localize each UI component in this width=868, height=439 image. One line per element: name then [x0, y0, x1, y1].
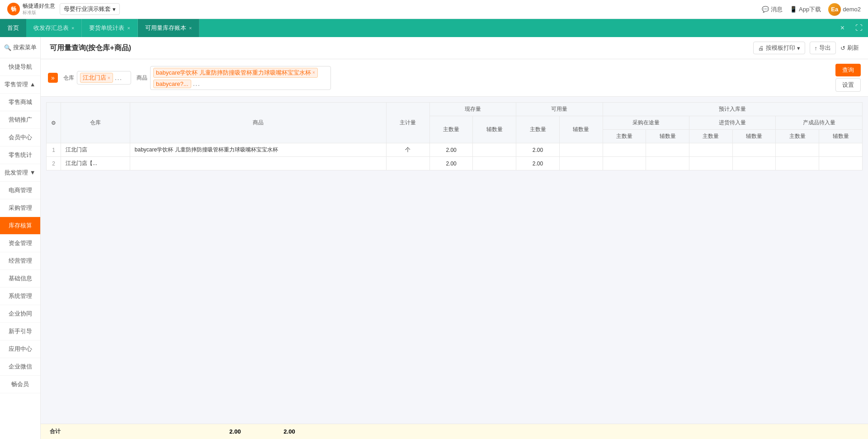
sidebar: 🔍 搜索菜单 快捷导航 零售管理 ▲ 零售商城 营销推广 会员中心 零售统计 批…: [0, 37, 41, 439]
tab-home-label: 首页: [7, 24, 19, 32]
product-tag-2[interactable]: babycare?...: [153, 80, 191, 88]
product-tag-1[interactable]: babycare学饮杯 儿童防摔防撞吸管杯重力球吸嘴杯宝宝水杯 ×: [153, 68, 318, 78]
tab-order-stats-close[interactable]: ×: [127, 25, 130, 31]
sidebar-item-new-guide[interactable]: 新手引导: [0, 323, 40, 340]
search-menu-btn[interactable]: 🔍 搜索菜单: [4, 42, 37, 53]
cell-in-main: [689, 143, 733, 157]
sidebar-item-member[interactable]: 会员中心: [0, 129, 40, 146]
cell-current-sub: [473, 157, 516, 170]
search-icon: 🔍: [4, 44, 11, 51]
tab-receive-send[interactable]: 收发存汇总表 ×: [26, 19, 82, 37]
tab-order-stats[interactable]: 要货单统计表 ×: [82, 19, 137, 37]
close-all-btn[interactable]: ×: [835, 24, 850, 32]
filter-expand-btn[interactable]: »: [48, 73, 58, 83]
cell-pi-sub: [819, 157, 863, 170]
th-current-stock: 现存量: [429, 103, 516, 116]
product-tags[interactable]: babycare学饮杯 儿童防摔防撞吸管杯重力球吸嘴杯宝宝水杯 × babyca…: [150, 66, 331, 90]
cell-product: [130, 157, 386, 170]
sidebar-item-purchase[interactable]: 采购管理: [0, 199, 40, 217]
th-available-main-qty: 主数量: [516, 116, 560, 143]
cell-current-main: 2.00: [429, 143, 473, 157]
th-settings[interactable]: ⚙: [47, 103, 61, 143]
sidebar-item-batch-mgmt[interactable]: 批发管理 ▼: [0, 164, 40, 182]
table-footer: 合计 2.00 2.00: [41, 424, 868, 439]
th-pi-main: 主数量: [776, 130, 819, 143]
th-current-main-qty: 主数量: [429, 116, 473, 143]
top-bar-left: 畅 畅捷通好生意 标准版 母婴行业演示账套 ▾: [7, 3, 120, 15]
sidebar-item-inventory[interactable]: 库存核算: [0, 217, 40, 235]
print-btn[interactable]: 🖨 按模板打印 ▾: [753, 42, 805, 54]
quick-nav-label: 快捷导航: [9, 63, 32, 70]
warehouse-more-btn[interactable]: ...: [115, 74, 122, 82]
logo-area: 畅 畅捷通好生意 标准版: [7, 3, 55, 15]
cell-seq: 1: [47, 143, 61, 157]
nav-right-actions: × ⛶: [835, 19, 868, 37]
sidebar-item-retail-stats[interactable]: 零售统计: [0, 146, 40, 164]
th-current-sub-qty: 辅数量: [473, 116, 516, 143]
cell-in-main: [689, 157, 733, 170]
page-header: 可用量查询(按仓库+商品) 🖨 按模板打印 ▾ ↑ 导出 ↺ 刷新: [41, 37, 868, 59]
sidebar-item-enterprise[interactable]: 企业协同: [0, 305, 40, 323]
filter-bar: » 仓库 江北门店 × ... 商品 babycare学饮杯 儿童防摔防撞吸管杯…: [41, 59, 868, 97]
sidebar-item-quick-nav[interactable]: 快捷导航: [0, 58, 40, 76]
sidebar-item-ecommerce[interactable]: 电商管理: [0, 182, 40, 199]
top-bar: 畅 畅捷通好生意 标准版 母婴行业演示账套 ▾ 💬 消息 📱 App下载 Ea …: [0, 0, 868, 19]
th-purchase-transit: 采购在途量: [603, 116, 689, 130]
warehouse-tags[interactable]: 江北门店 × ...: [77, 71, 131, 85]
sidebar-item-basic-info[interactable]: 基础信息: [0, 270, 40, 288]
tab-available-stock-close[interactable]: ×: [189, 25, 192, 31]
th-forecast-incoming: 预计入库量: [603, 103, 862, 116]
sidebar-item-wechat[interactable]: 企业微信: [0, 358, 40, 376]
app-download-btn[interactable]: 📱 App下载: [790, 5, 821, 14]
cell-available-main: 2.00: [516, 157, 560, 170]
setting-btn[interactable]: 设置: [835, 78, 861, 92]
finance-label: 资金管理: [9, 240, 32, 246]
sidebar-item-finance[interactable]: 资金管理: [0, 235, 40, 252]
cell-in-sub: [732, 157, 776, 170]
th-product: 商品: [130, 103, 386, 143]
tab-home[interactable]: 首页: [0, 19, 26, 37]
message-btn[interactable]: 💬 消息: [762, 5, 783, 14]
logo-sub: 标准版: [23, 9, 55, 16]
industry-selector[interactable]: 母婴行业演示账套 ▾: [60, 3, 120, 15]
product-tag-text-2: babycare?...: [156, 80, 189, 87]
footer-values: 2.00 2.00: [95, 428, 859, 435]
footer-available-total: 2.00: [276, 428, 303, 435]
cell-product: babycare学饮杯 儿童防摔防撞吸管杯重力球吸嘴杯宝宝水杯: [130, 143, 386, 157]
user-profile-btn[interactable]: Ea demo2: [828, 3, 861, 16]
warehouse-tag-1[interactable]: 江北门店 ×: [80, 73, 113, 83]
sidebar-item-app-center[interactable]: 应用中心: [0, 340, 40, 358]
tab-available-stock[interactable]: 可用量库存账本 ×: [138, 19, 199, 37]
batch-mgmt-label: 批发管理: [5, 169, 28, 176]
table-row: 1 江北门店 babycare学饮杯 儿童防摔防撞吸管杯重力球吸嘴杯宝宝水杯 个…: [47, 143, 863, 157]
operations-label: 经营管理: [9, 257, 32, 264]
export-btn[interactable]: ↑ 导出: [810, 42, 836, 54]
retail-stats-label: 零售统计: [9, 151, 32, 158]
cell-pt-sub: [646, 157, 689, 170]
table-container[interactable]: ⚙ 仓库 商品 主计量 现存量 可用量 预计入库量 主数量 辅数量 主数量 辅数…: [41, 97, 868, 424]
fullscreen-btn[interactable]: ⛶: [850, 24, 868, 32]
arrow-down-icon: ▼: [30, 169, 36, 176]
sidebar-item-retail-mall[interactable]: 零售商城: [0, 94, 40, 111]
refresh-btn[interactable]: ↺ 刷新: [840, 44, 859, 52]
product-more-btn[interactable]: ...: [193, 80, 200, 88]
tab-receive-send-close[interactable]: ×: [71, 25, 74, 31]
th-available: 可用量: [516, 103, 603, 116]
cell-pt-sub: [646, 143, 689, 157]
query-btn[interactable]: 查询: [835, 64, 861, 76]
product-tag-close-1[interactable]: ×: [312, 70, 315, 75]
purchase-label: 采购管理: [9, 204, 32, 211]
ecommerce-label: 电商管理: [9, 187, 32, 194]
system-label: 系统管理: [9, 293, 32, 299]
sidebar-item-retail-mgmt[interactable]: 零售管理 ▲: [0, 76, 40, 94]
sidebar-item-vip[interactable]: 畅会员: [0, 376, 40, 393]
product-filter: 商品 babycare学饮杯 儿童防摔防撞吸管杯重力球吸嘴杯宝宝水杯 × bab…: [137, 66, 331, 90]
warehouse-tag-close[interactable]: ×: [108, 76, 110, 80]
cell-warehouse: 江北门店【...: [61, 157, 130, 170]
th-in-sub: 辅数量: [732, 130, 776, 143]
sidebar-item-operations[interactable]: 经营管理: [0, 252, 40, 270]
filter-action-btns: 查询 设置: [835, 64, 861, 92]
sidebar-item-marketing[interactable]: 营销推广: [0, 111, 40, 129]
sidebar-item-system[interactable]: 系统管理: [0, 288, 40, 305]
logo-text: 畅捷通好生意: [23, 3, 55, 9]
